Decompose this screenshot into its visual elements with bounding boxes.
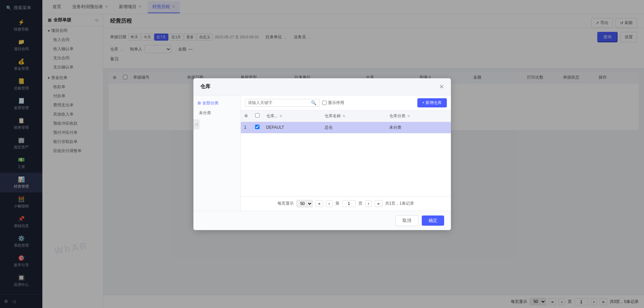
confirm-button[interactable]: 确定 [422, 215, 444, 226]
modal-footer: 取消 确定 [193, 211, 451, 230]
modal-close-button[interactable]: ✕ [439, 83, 444, 90]
modal-header: 仓库 ✕ [193, 78, 451, 96]
select-all[interactable] [255, 113, 259, 118]
modal-table: ⚙ 仓库... ⇅ 仓库名称 ⇅ 仓库分类 [241, 110, 451, 196]
search-input[interactable] [248, 100, 311, 105]
category-unclassified[interactable]: 未分类 [193, 108, 241, 118]
search-icon: 🔍 [311, 100, 316, 105]
modal-body: ⊞ 全部分类 未分类 ◁ 🔍 显示停用 + 新增仓库 [193, 96, 451, 211]
col-check [252, 110, 263, 122]
category-collapse-btn[interactable]: ◁ [193, 119, 200, 129]
modal-content-panel: 🔍 显示停用 + 新增仓库 ⚙ [241, 96, 451, 211]
sort-icon: ⇅ [342, 114, 345, 118]
add-warehouse-button[interactable]: + 新增仓库 [417, 98, 446, 107]
cancel-button[interactable]: 取消 [395, 215, 418, 226]
col-name-header: 仓库名称 ⇅ [321, 110, 386, 122]
warehouse-table: ⚙ 仓库... ⇅ 仓库名称 ⇅ 仓库分类 [241, 110, 451, 134]
modal-toolbar: 🔍 显示停用 + 新增仓库 [241, 96, 451, 110]
sort-icon: ⇅ [407, 114, 410, 118]
modal-per-page-label: 每页显示 [277, 201, 294, 206]
row-name: 总仓 [321, 122, 386, 133]
modal-page-label: 第 [335, 201, 339, 206]
modal-page-suffix: 页 [358, 201, 362, 206]
table-header-row: ⚙ 仓库... ⇅ 仓库名称 ⇅ 仓库分类 [241, 110, 451, 122]
modal-total-label: 共1页，1条记录 [385, 201, 414, 206]
sort-icon: ⇅ [279, 114, 282, 118]
search-input-wrap: 🔍 [245, 99, 319, 107]
modal-page-input[interactable] [342, 200, 356, 207]
row-category: 未分类 [386, 122, 451, 133]
category-all[interactable]: ⊞ 全部分类 [193, 98, 241, 108]
modal-next-btn[interactable]: › [365, 200, 372, 207]
show-disabled-checkbox[interactable] [322, 101, 327, 105]
grid-icon: ⊞ [198, 101, 201, 105]
category-panel: ⊞ 全部分类 未分类 ◁ [193, 96, 241, 211]
table-row[interactable]: 1 DEFAULT 总仓 未分类 [241, 122, 451, 133]
warehouse-modal: 仓库 ✕ ⊞ 全部分类 未分类 ◁ 🔍 显示停用 [193, 78, 451, 230]
row-code: DEFAULT [263, 122, 321, 133]
modal-prev-btn[interactable]: ‹ [326, 200, 333, 207]
show-disabled-label: 显示停用 [322, 100, 344, 106]
row-checkbox[interactable] [255, 125, 259, 129]
all-category-label: 全部分类 [202, 100, 219, 106]
col-category-header: 仓库分类 ⇅ [386, 110, 451, 122]
modal-pagination: 每页显示 50 « ‹ 第 页 › » 共1页，1条记录 [241, 196, 451, 211]
modal-last-btn[interactable]: » [375, 200, 382, 207]
row-settings: 1 [241, 122, 252, 133]
modal-page-size[interactable]: 50 [296, 200, 313, 207]
modal-title: 仓库 [200, 83, 210, 90]
row-check[interactable] [252, 122, 263, 133]
col-settings: ⚙ [241, 110, 252, 122]
modal-first-btn[interactable]: « [315, 200, 323, 207]
col-code-header: 仓库... ⇅ [263, 110, 321, 122]
